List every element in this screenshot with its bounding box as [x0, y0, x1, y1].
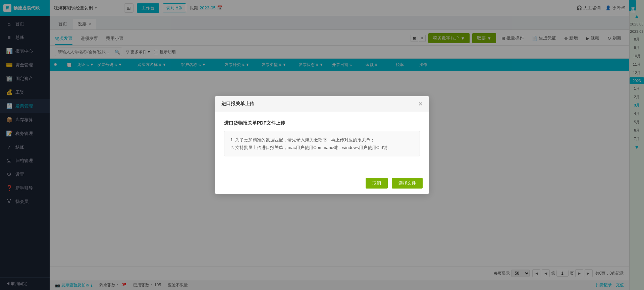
modal-overlay: 进口报关单上传 ✕ 进口货物报关单PDF文件上传 1. 为了更加精准的数据匹配，…	[0, 0, 644, 290]
modal-footer: 取消 选择文件	[215, 172, 429, 194]
modal-tip-1: 1. 为了更加精准的数据匹配，请先录入海关缴款书，再上传对应的报关单；	[230, 136, 414, 144]
modal-body: 进口货物报关单PDF文件上传 1. 为了更加精准的数据匹配，请先录入海关缴款书，…	[215, 112, 429, 173]
modal-tips: 1. 为了更加精准的数据匹配，请先录入海关缴款书，再上传对应的报关单； 2. 支…	[224, 131, 420, 157]
modal-select-file-btn[interactable]: 选择文件	[392, 178, 423, 189]
modal-cancel-btn[interactable]: 取消	[366, 178, 388, 189]
modal-tip-2: 2. 支持批量上传进口报关单，mac用户使用Command键，windows用户…	[230, 144, 414, 151]
modal-upload-title: 进口货物报关单PDF文件上传	[224, 120, 420, 126]
modal-header: 进口报关单上传 ✕	[215, 96, 429, 112]
import-customs-modal: 进口报关单上传 ✕ 进口货物报关单PDF文件上传 1. 为了更加精准的数据匹配，…	[215, 96, 429, 194]
modal-title: 进口报关单上传	[221, 101, 254, 107]
modal-close-btn[interactable]: ✕	[418, 101, 423, 107]
